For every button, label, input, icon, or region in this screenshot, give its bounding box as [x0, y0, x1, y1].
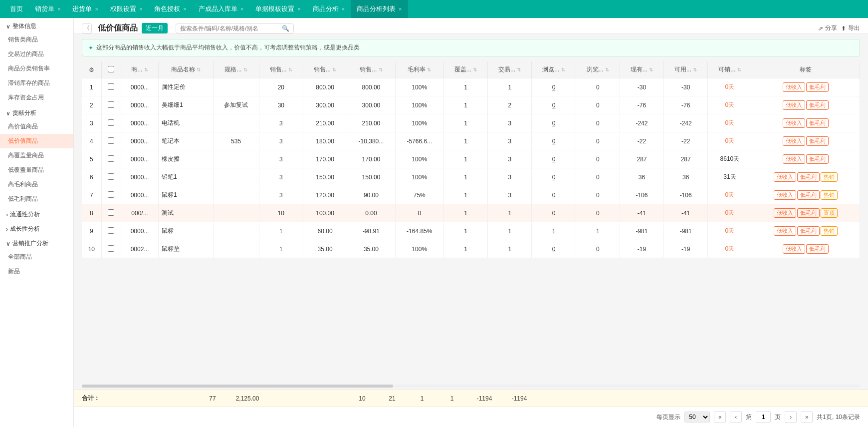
row-name[interactable]: 鼠标: [159, 222, 213, 240]
sidebar-group-overall[interactable]: ∨ 整体信息: [0, 18, 73, 32]
row-name[interactable]: 铅笔1: [159, 168, 213, 186]
th-sales-profit[interactable]: 销售... ⇅: [347, 61, 395, 78]
sidebar-item-all-goods[interactable]: 全部商品: [0, 250, 73, 264]
close-icon[interactable]: ×: [183, 6, 186, 12]
row-browse1[interactable]: 0: [532, 96, 576, 114]
row-browse1[interactable]: 0: [532, 150, 576, 168]
collapse-sidebar-btn[interactable]: 《: [82, 23, 92, 33]
nav-sales[interactable]: 销货单 ×: [29, 0, 66, 18]
sidebar-item-high-margin[interactable]: 高毛利商品: [0, 177, 73, 192]
sidebar-item-traded-goods[interactable]: 交易过的商品: [0, 47, 73, 61]
th-settings[interactable]: ⚙: [82, 61, 101, 78]
row-checkbox[interactable]: [101, 150, 121, 168]
th-name[interactable]: 商品名称 ⇅: [159, 61, 213, 78]
row-transactions: 3: [488, 186, 532, 204]
row-checkbox[interactable]: [101, 168, 121, 186]
row-browse1[interactable]: 0: [532, 132, 576, 150]
th-stock1[interactable]: 现有... ⇅: [620, 61, 663, 78]
search-icon[interactable]: 🔍: [282, 25, 289, 32]
sidebar-item-low-margin[interactable]: 低毛利商品: [0, 192, 73, 206]
sidebar-item-sales-goods[interactable]: 销售类商品: [0, 32, 73, 47]
search-input[interactable]: [180, 25, 280, 32]
nav-roles[interactable]: 角色授权 ×: [148, 0, 192, 18]
row-name[interactable]: 橡皮擦: [159, 150, 213, 168]
share-btn[interactable]: ⇗ 分享: [818, 24, 837, 32]
current-page-input[interactable]: [756, 411, 771, 423]
row-name[interactable]: 笔记本: [159, 132, 213, 150]
sidebar-item-stock-fund[interactable]: 库存资金占用: [0, 90, 73, 105]
th-sales-qty[interactable]: 销售... ⇅: [259, 61, 303, 78]
nav-goods-analysis-list[interactable]: 商品分析列表 ×: [351, 0, 408, 18]
sidebar-item-low-coverage[interactable]: 低覆盖量商品: [0, 163, 73, 177]
th-available[interactable]: 可用... ⇅: [664, 61, 708, 78]
nav-home[interactable]: 首页: [4, 0, 29, 18]
period-filter-btn[interactable]: 近一月: [142, 23, 168, 33]
nav-products-in[interactable]: 产成品入库单 ×: [193, 0, 249, 18]
select-all-checkbox[interactable]: [108, 66, 114, 72]
sidebar-group-contribution[interactable]: ∨ 贡献分析: [0, 105, 73, 119]
th-spec[interactable]: 规格... ⇅: [213, 61, 259, 78]
sidebar-item-low-value[interactable]: 低价值商品: [0, 134, 73, 148]
row-checkbox[interactable]: [101, 96, 121, 114]
row-name[interactable]: 鼠标1: [159, 186, 213, 204]
th-sales-amount[interactable]: 销售... ⇅: [303, 61, 347, 78]
row-browse1[interactable]: 0: [532, 78, 576, 96]
th-browse1[interactable]: 浏览... ⇅: [532, 61, 576, 78]
sidebar-group-flow[interactable]: › 流通性分析: [0, 206, 73, 221]
row-checkbox[interactable]: [101, 186, 121, 204]
row-browse1[interactable]: 0: [532, 114, 576, 132]
nav-goods-analysis[interactable]: 商品分析 ×: [307, 0, 351, 18]
sidebar-item-category-rate[interactable]: 商品分类销售率: [0, 61, 73, 76]
close-icon[interactable]: ×: [139, 6, 142, 12]
sidebar-item-slow-goods[interactable]: 滞销库存的商品: [0, 76, 73, 90]
row-checkbox[interactable]: [101, 114, 121, 132]
sidebar-group-growth[interactable]: › 成长性分析: [0, 221, 73, 235]
th-transactions[interactable]: 交易... ⇅: [488, 61, 532, 78]
row-checkbox[interactable]: [101, 132, 121, 150]
sidebar-item-high-value[interactable]: 高价值商品: [0, 119, 73, 134]
close-icon[interactable]: ×: [57, 6, 60, 12]
nav-purchase[interactable]: 进货单 ×: [66, 0, 104, 18]
th-gross-rate[interactable]: 毛利率 ⇅: [395, 61, 443, 78]
close-icon[interactable]: ×: [95, 6, 98, 12]
close-icon[interactable]: ×: [297, 6, 300, 12]
next-page-btn[interactable]: ›: [785, 411, 797, 423]
row-checkbox[interactable]: [101, 240, 121, 258]
close-icon[interactable]: ×: [399, 6, 402, 12]
close-icon[interactable]: ×: [240, 6, 243, 12]
row-tags: 低收入低毛利热销: [752, 222, 860, 240]
row-name[interactable]: 测试: [159, 204, 213, 222]
row-name[interactable]: 属性定价: [159, 78, 213, 96]
export-btn[interactable]: ⬆ 导出: [841, 24, 860, 32]
row-checkbox[interactable]: [101, 78, 121, 96]
th-saleable[interactable]: 可销... ⇅: [708, 61, 752, 78]
row-browse1[interactable]: 0: [532, 186, 576, 204]
row-transactions: 3: [488, 132, 532, 150]
th-browse2[interactable]: 浏览... ⇅: [576, 61, 620, 78]
th-code[interactable]: 商... ⇅: [121, 61, 158, 78]
row-checkbox[interactable]: [101, 204, 121, 222]
row-coverage: 1: [443, 168, 487, 186]
prev-page-btn[interactable]: ‹: [730, 411, 742, 423]
scrollbar-thumb[interactable]: [82, 385, 393, 388]
row-browse1[interactable]: 0: [532, 168, 576, 186]
row-name[interactable]: 吴细细1: [159, 96, 213, 114]
row-browse1[interactable]: 1: [532, 222, 576, 240]
nav-permissions[interactable]: 权限设置 ×: [104, 0, 148, 18]
close-icon[interactable]: ×: [342, 6, 345, 12]
row-name[interactable]: 鼠标垫: [159, 240, 213, 258]
row-checkbox[interactable]: [101, 222, 121, 240]
sidebar-item-high-coverage[interactable]: 高覆盖量商品: [0, 148, 73, 163]
row-browse1[interactable]: 0: [532, 204, 576, 222]
per-page-select[interactable]: 50 100 200: [684, 412, 710, 423]
sidebar-item-new-goods[interactable]: 新品: [0, 264, 73, 279]
last-page-btn[interactable]: »: [801, 411, 813, 423]
sidebar-group-marketing[interactable]: ∨ 营销推广分析: [0, 235, 73, 250]
th-coverage[interactable]: 覆盖... ⇅: [443, 61, 487, 78]
th-checkbox[interactable]: [101, 61, 121, 78]
first-page-btn[interactable]: «: [714, 411, 726, 423]
nav-template[interactable]: 单据模板设置 ×: [249, 0, 306, 18]
row-browse1[interactable]: 0: [532, 240, 576, 258]
row-name[interactable]: 电话机: [159, 114, 213, 132]
horizontal-scrollbar[interactable]: [82, 385, 860, 388]
